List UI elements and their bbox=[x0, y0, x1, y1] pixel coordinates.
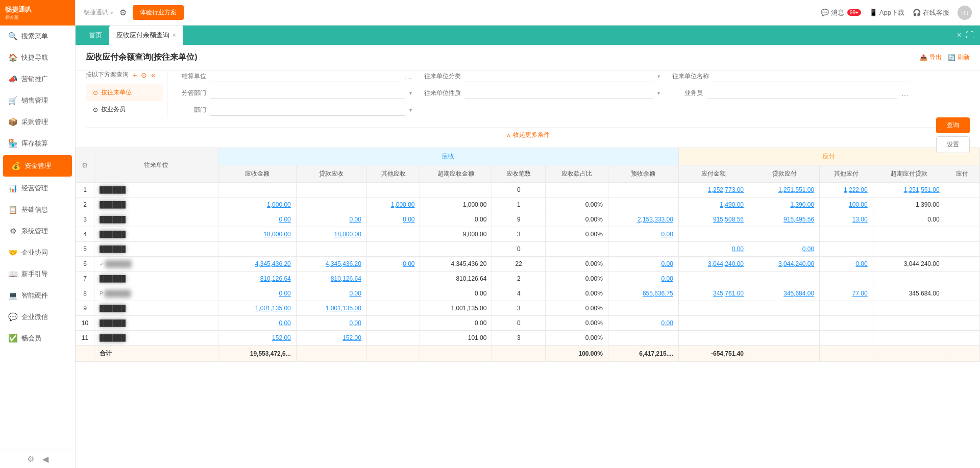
sidebar-item-finance[interactable]: 💰 资金管理 bbox=[3, 155, 72, 177]
scheme-by-salesperson[interactable]: ⊙ 按业务员 bbox=[86, 101, 163, 118]
sidebar-item-sales[interactable]: 🛒 销售管理 bbox=[0, 90, 75, 111]
qita-yingfu[interactable]: 77.00 bbox=[820, 286, 873, 301]
yingshou-jine[interactable]: 0.00 bbox=[218, 316, 296, 331]
yingshou-jine[interactable]: 810,126.64 bbox=[218, 272, 296, 286]
yingshou-jine[interactable]: 0.00 bbox=[218, 212, 296, 227]
yushou-yue[interactable]: 655,636.75 bbox=[608, 286, 678, 301]
qita-yingfu[interactable]: 0.00 bbox=[820, 257, 873, 272]
scheme-settings-icon[interactable]: ⊙ bbox=[141, 71, 147, 79]
scheme-collapse-icon[interactable]: « bbox=[151, 71, 155, 79]
settings-bottom-icon[interactable]: ⚙ bbox=[27, 454, 34, 464]
daikuan-yingshou[interactable]: 4,345,436.20 bbox=[296, 257, 366, 272]
sidebar-item-wechat[interactable]: 💬 企业微信 bbox=[0, 306, 75, 328]
partner-name-input[interactable] bbox=[713, 70, 909, 82]
purchase-icon: 📦 bbox=[8, 117, 17, 127]
tab-home[interactable]: 首页 bbox=[82, 26, 109, 45]
qita-yingfu bbox=[820, 316, 873, 331]
topbar-gear-icon[interactable]: ⚙ bbox=[119, 8, 127, 17]
partner-nature-input[interactable] bbox=[465, 87, 654, 99]
tab-close-window-icon[interactable]: × bbox=[957, 31, 962, 40]
daikuan-yingshou[interactable]: 0.00 bbox=[296, 316, 366, 331]
yingshou-jine[interactable]: 0.00 bbox=[218, 286, 296, 301]
settings-button[interactable]: 设置 bbox=[936, 136, 970, 153]
sidebar-item-basic[interactable]: 📋 基础信息 bbox=[0, 199, 75, 220]
add-scheme-icon[interactable]: + bbox=[133, 71, 137, 79]
daikuan-yingshou[interactable]: 152.00 bbox=[296, 331, 366, 346]
daikuan-yingshou[interactable]: 810,126.64 bbox=[296, 272, 366, 286]
yingfu-jine[interactable]: 1,490.00 bbox=[678, 198, 749, 212]
settlement-input[interactable] bbox=[210, 70, 401, 82]
partner-category-input[interactable] bbox=[465, 70, 654, 82]
daikuan-yingshou[interactable]: 18,000.00 bbox=[296, 227, 366, 242]
query-button[interactable]: 查询 bbox=[936, 117, 970, 133]
daikuan-yingfu[interactable]: 1,251,551.00 bbox=[749, 183, 820, 198]
scheme-by-partner[interactable]: ⊙ 按往来单位 bbox=[86, 84, 163, 101]
yingshou-jine[interactable]: 4,345,436.20 bbox=[218, 257, 296, 272]
partner-category-arrow[interactable]: ▾ bbox=[657, 73, 660, 79]
yingfu-jine[interactable]: 915,508.56 bbox=[678, 212, 749, 227]
filter-collapse-btn[interactable]: ∧ 收起更多条件 bbox=[86, 127, 970, 142]
dept-arrow[interactable]: ▾ bbox=[409, 90, 412, 96]
daikuan-yingfu[interactable]: 0.00 bbox=[749, 242, 820, 257]
yingfu-jine[interactable]: 3,044,240.00 bbox=[678, 257, 749, 272]
daikuan-yingfu[interactable]: 915,495.56 bbox=[749, 212, 820, 227]
daikuan-yingshou[interactable]: 0.00 bbox=[296, 286, 366, 301]
partner-nature-arrow[interactable]: ▾ bbox=[657, 90, 660, 96]
sidebar-item-inventory[interactable]: 🏪 库存核算 bbox=[0, 133, 75, 154]
trial-industry-button[interactable]: 体验行业方案 bbox=[133, 5, 184, 20]
sidebar-item-hardware[interactable]: 💻 智能硬件 bbox=[0, 285, 75, 306]
daikuan-yingshou[interactable]: 1,001,135.00 bbox=[296, 301, 366, 316]
user-avatar[interactable]: Rit bbox=[958, 6, 972, 20]
salesperson-input[interactable] bbox=[707, 87, 897, 99]
sidebar-item-guide[interactable]: 📖 新手引导 bbox=[0, 263, 75, 285]
department-arrow[interactable]: ▾ bbox=[409, 107, 412, 113]
yushou-yue[interactable]: 0.00 bbox=[608, 257, 678, 272]
customer-service-button[interactable]: 🎧 在线客服 bbox=[913, 8, 949, 17]
yushou-yue[interactable]: 2,153,333.00 bbox=[608, 212, 678, 227]
qita-yingshou[interactable]: 0.00 bbox=[366, 257, 420, 272]
qita-yingfu[interactable]: 1,222.00 bbox=[820, 183, 873, 198]
sidebar-item-member[interactable]: ✅ 畅会员 bbox=[0, 328, 75, 349]
yushou-yue[interactable]: 0.00 bbox=[608, 272, 678, 286]
sidebar-item-marketing[interactable]: 📣 营销推广 bbox=[0, 68, 75, 90]
sidebar-item-operations[interactable]: 📊 经营管理 bbox=[0, 178, 75, 199]
qita-yingshou[interactable]: 1,000.00 bbox=[366, 198, 420, 212]
sidebar-item-enterprise[interactable]: 🤝 企业协同 bbox=[0, 242, 75, 263]
chaoqi-yingfu[interactable]: 1,251,551.00 bbox=[873, 183, 945, 198]
table-wrapper[interactable]: ⚙ 往来单位 应收 应付 应收金额 贷款应收 其他应收 超期应收金额 应收笔数 bbox=[76, 147, 980, 468]
yingshou-jine[interactable]: 1,001,135.00 bbox=[218, 301, 296, 316]
qita-yingfu[interactable]: 100.00 bbox=[820, 198, 873, 212]
daikuan-yingshou[interactable]: 0.00 bbox=[296, 212, 366, 227]
yingshou-jine[interactable]: 152.00 bbox=[218, 331, 296, 346]
refresh-button[interactable]: 🔄 刷新 bbox=[948, 53, 970, 62]
qita-yingfu bbox=[820, 227, 873, 242]
collapse-sidebar-icon[interactable]: ◀ bbox=[42, 454, 48, 464]
yushou-yue[interactable]: 0.00 bbox=[608, 227, 678, 242]
export-button[interactable]: 📤 导出 bbox=[920, 53, 942, 62]
tab-ar-ap-query[interactable]: 应收应付余额查询 × bbox=[109, 26, 183, 45]
app-download-button[interactable]: 📱 App下载 bbox=[869, 8, 904, 17]
daikuan-yingfu[interactable]: 1,390.00 bbox=[749, 198, 820, 212]
salesperson-dots[interactable]: … bbox=[901, 89, 909, 97]
table-settings-gear[interactable]: ⚙ bbox=[82, 161, 88, 169]
sidebar-item-purchase[interactable]: 📦 采购管理 bbox=[0, 111, 75, 133]
message-button[interactable]: 💬 消息 99+ bbox=[821, 8, 861, 17]
daikuan-yingfu[interactable]: 345,684.00 bbox=[749, 286, 820, 301]
sidebar-item-quicknav[interactable]: 🏠 快捷导航 bbox=[0, 47, 75, 68]
qita-yingfu[interactable]: 13.00 bbox=[820, 212, 873, 227]
yingfu-jine[interactable]: 345,761.00 bbox=[678, 286, 749, 301]
daikuan-yingfu[interactable]: 3,044,240.00 bbox=[749, 257, 820, 272]
yushou-yue[interactable]: 0.00 bbox=[608, 316, 678, 331]
dept-input[interactable] bbox=[210, 87, 405, 99]
department-input[interactable] bbox=[210, 104, 405, 116]
yingshou-jine[interactable]: 18,000.00 bbox=[218, 227, 296, 242]
sidebar-item-system[interactable]: ⚙ 系统管理 bbox=[0, 220, 75, 242]
yingfu-jine[interactable]: 0.00 bbox=[678, 242, 749, 257]
yingshou-jine[interactable]: 1,000.00 bbox=[218, 198, 296, 212]
settlement-dots[interactable]: … bbox=[405, 72, 412, 81]
yingfu-jine[interactable]: 1,252,773.00 bbox=[678, 183, 749, 198]
tab-fullscreen-icon[interactable]: ⛶ bbox=[966, 31, 974, 40]
tab-close-icon[interactable]: × bbox=[173, 32, 176, 39]
sidebar-item-search[interactable]: 🔍 搜索菜单 bbox=[0, 26, 75, 47]
qita-yingshou[interactable]: 0.00 bbox=[366, 212, 420, 227]
